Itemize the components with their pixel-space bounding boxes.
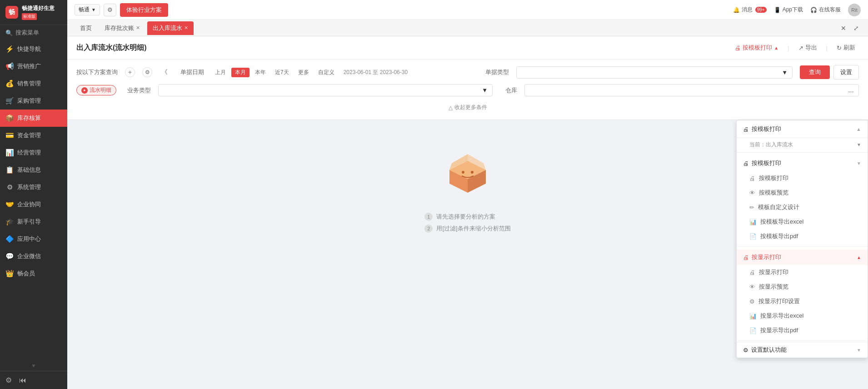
filter-settings-button[interactable]: ⚙ <box>142 67 152 77</box>
tab-batch-account[interactable]: 库存批次账 ✕ <box>99 21 145 35</box>
corp-icon: 🤝 <box>5 200 14 209</box>
operation-icon: 📊 <box>5 149 14 157</box>
sidebar-item-corp[interactable]: 🤝 企业协同 <box>0 196 67 213</box>
user-avatar[interactable]: Rit <box>848 4 861 16</box>
dropdown-item-display-print[interactable]: 🖨 按显示打印 <box>737 265 868 279</box>
dropdown-item-display-print-settings[interactable]: ⚙ 按显示打印设置 <box>737 294 868 309</box>
sidebar-item-newbie[interactable]: 🎓 新手引导 <box>0 213 67 230</box>
dropdown-item-template-pdf[interactable]: 📄 按模板导出pdf <box>737 229 868 244</box>
separator2: | <box>826 45 828 51</box>
close-window-button[interactable]: ✕ <box>839 24 848 33</box>
sidebar-item-basic[interactable]: 📋 基础信息 <box>0 161 67 179</box>
display-print-header[interactable]: 🖨 按显示打印 ▲ <box>737 249 868 265</box>
main-body: 1 请先选择要分析的方案 2 用[过滤]条件来缩小分析范围 🖨 按模板打印 <box>67 120 868 262</box>
gear-button[interactable]: ⚙ <box>104 4 116 16</box>
step-num-2: 2 <box>424 224 433 233</box>
query-button[interactable]: 查询 <box>800 65 830 79</box>
filter-collapse-button[interactable]: 《 <box>160 67 170 77</box>
collapse-sidebar-icon[interactable]: ⏮ <box>19 376 26 384</box>
sidebar-bottom: ⚙ ⏮ <box>0 371 67 389</box>
tab-home[interactable]: 首页 <box>75 21 97 35</box>
sidebar-item-sales[interactable]: 💰 销售管理 <box>0 75 67 92</box>
add-filter-button[interactable]: ＋ <box>125 67 135 77</box>
type-select[interactable]: ▼ <box>516 66 793 79</box>
notifications-button[interactable]: 🔔 消息 99+ <box>733 6 767 14</box>
type-select-dropdown-icon: ▼ <box>782 69 788 76</box>
tab-inout-flow[interactable]: 出入库流水 ✕ <box>147 21 194 35</box>
sidebar-item-finance[interactable]: 💳 资金管理 <box>0 127 67 144</box>
tab-batch-account-close[interactable]: ✕ <box>136 25 140 31</box>
inventory-icon: 📦 <box>5 114 14 122</box>
close-icon: ✕ <box>841 25 846 32</box>
customer-service-button[interactable]: 🎧 在线客服 <box>810 6 841 14</box>
sidebar-item-operation[interactable]: 📊 经营管理 <box>0 144 67 161</box>
dropdown-header: 🖨 按模板打印 ▲ <box>737 120 868 138</box>
export-button[interactable]: ↗ 导出 <box>795 42 821 54</box>
tab-inout-flow-close[interactable]: ✕ <box>184 25 188 31</box>
dropdown-item-template-preview[interactable]: 👁 按模板预览 <box>737 185 868 200</box>
type-filter-label: 单据类型 <box>485 68 509 76</box>
dropdown-footer[interactable]: ⚙ 设置默认功能 ▼ <box>737 342 868 358</box>
date-opt-this-month[interactable]: 本月 <box>231 68 249 77</box>
marketing-icon: 📢 <box>5 62 14 70</box>
business-type-dropdown-icon: ▼ <box>482 87 488 94</box>
item-excel-icon-2: 📊 <box>749 313 757 319</box>
dropdown-item-template-excel[interactable]: 📊 按模板导出excel <box>737 214 868 229</box>
dropdown-item-template-print[interactable]: 🖨 按模板打印 <box>737 171 868 185</box>
template-print-header[interactable]: 🖨 按模板打印 ▼ <box>737 155 868 171</box>
print-template-button[interactable]: 🖨 按模板打印 ▲ <box>731 42 782 54</box>
dropdown-item-display-pdf[interactable]: 📄 按显示导出pdf <box>737 323 868 338</box>
date-opt-this-year[interactable]: 本年 <box>251 68 269 77</box>
display-print-section: 🖨 按显示打印 ▲ 🖨 按显示打印 👁 按显示预览 ⚙ <box>737 248 868 339</box>
refresh-button[interactable]: ↻ 刷新 <box>833 42 859 54</box>
sidebar-item-member[interactable]: 👑 畅会员 <box>0 265 67 282</box>
warehouse-dropdown-icon: … <box>848 87 854 94</box>
sidebar-item-wechat[interactable]: 💬 企业微信 <box>0 248 67 265</box>
sidebar-item-marketing[interactable]: 📢 营销推广 <box>0 58 67 75</box>
chevron-up-icon2: △ <box>449 105 453 111</box>
finance-icon: 💳 <box>5 131 14 140</box>
warehouse-select[interactable]: … <box>524 84 859 96</box>
sidebar-item-system[interactable]: ⚙ 系统管理 <box>0 179 67 196</box>
empty-box-svg <box>440 147 495 193</box>
date-filter: 上月 本月 本年 近7天 更多 自定义 2023-06-01 至 2023-06… <box>211 68 478 77</box>
bell-icon: 🔔 <box>733 7 740 13</box>
empty-illustration <box>440 147 495 202</box>
dropdown-item-display-excel[interactable]: 📊 按显示导出excel <box>737 309 868 323</box>
print-dropdown-panel: 🖨 按模板打印 ▲ 当前：出入库流水 ▼ 🖨 按模板打 <box>736 120 868 358</box>
app-download-button[interactable]: 📱 App下载 <box>774 6 803 14</box>
wechat-icon: 💬 <box>5 252 14 260</box>
active-filter-tag[interactable]: ✦ 流水明细 <box>76 85 116 95</box>
dropdown-item-display-preview[interactable]: 👁 按显示预览 <box>737 279 868 294</box>
sidebar-item-purchase[interactable]: 🛒 采购管理 <box>0 92 67 110</box>
empty-step-1: 1 请先选择要分析的方案 <box>424 211 510 223</box>
logo-text: 畅捷通好生意 标准版 <box>22 5 55 20</box>
filter-row-2: ✦ 流水明细 业务类型 ▼ 仓库 … <box>76 84 859 96</box>
sidebar-item-quick-nav[interactable]: ⚡ 快捷导航 <box>0 40 67 58</box>
sidebar-logo: 畅 畅捷通好生意 标准版 <box>0 0 67 25</box>
sidebar-item-app-center[interactable]: 🔷 应用中心 <box>0 230 67 248</box>
item-printer-icon-2: 🖨 <box>749 269 755 276</box>
page-content: 出入库流水(流水明细) 🖨 按模板打印 ▲ | ↗ 导出 | ↻ 刷新 <box>67 36 868 389</box>
printer-icon: 🖨 <box>735 45 741 51</box>
business-type-select[interactable]: ▼ <box>158 84 493 96</box>
date-opt-custom[interactable]: 自定义 <box>314 68 338 77</box>
sidebar-item-inventory[interactable]: 📦 库存核算 <box>0 110 67 127</box>
settings-icon[interactable]: ⚙ <box>5 376 12 384</box>
collapse-more-button[interactable]: △ 收起更多条件 <box>76 101 859 114</box>
maximize-window-button[interactable]: ⤢ <box>852 24 861 33</box>
filter-section-label: 按以下方案查询 <box>76 68 118 76</box>
search-menu-item[interactable]: 🔍 搜索菜单 <box>0 25 67 40</box>
dropdown-item-template-custom[interactable]: ✏ 模板自定义设计 <box>737 200 868 214</box>
search-icon: 🔍 <box>5 30 13 36</box>
date-opt-more[interactable]: 更多 <box>294 68 313 77</box>
logo-icon: 畅 <box>5 6 18 19</box>
trial-button[interactable]: 体验行业方案 <box>120 3 168 17</box>
current-template: 当前：出入库流水 ▼ <box>737 138 868 151</box>
settings-set-button[interactable]: 设置 <box>833 65 859 80</box>
user-selector[interactable]: 畅通 ▼ <box>75 4 100 15</box>
download-icon: 📱 <box>774 7 781 13</box>
date-opt-last-7-days[interactable]: 近7天 <box>271 68 293 77</box>
date-opt-last-month[interactable]: 上月 <box>211 68 229 77</box>
divider-3 <box>737 340 868 341</box>
